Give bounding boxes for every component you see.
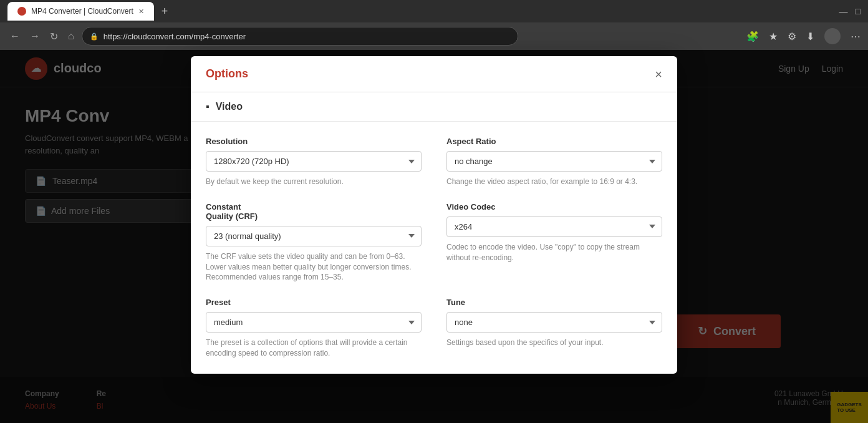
browser-toolbar: ← → ↻ ⌂ 🔒 https://cloudconvert.com/mp4-c… bbox=[0, 22, 868, 50]
options-modal: Options × ▪ Video Resolution 1280x720 (7… bbox=[191, 56, 677, 374]
crf-group: ConstantQuality (CRF) 23 (normal quality… bbox=[206, 202, 422, 283]
video-codec-label: Video Codec bbox=[446, 202, 662, 212]
new-tab-button[interactable]: + bbox=[162, 5, 168, 18]
tune-select[interactable]: none film animation grain stillimage psn… bbox=[446, 312, 662, 333]
settings-icon[interactable]: ⚙ bbox=[788, 31, 796, 42]
modal-body: Resolution 1280x720 (720p HD) no change … bbox=[191, 122, 677, 374]
preset-group: Preset medium ultrafast superfast veryfa… bbox=[206, 298, 422, 359]
tab-title: MP4 Converter | CloudConvert bbox=[31, 7, 133, 16]
reload-button[interactable]: ↻ bbox=[47, 28, 60, 45]
preset-label: Preset bbox=[206, 298, 422, 307]
modal-title: Options bbox=[206, 67, 248, 80]
browser-titlebar: MP4 Converter | CloudConvert ✕ + — □ bbox=[0, 0, 868, 22]
browser-tab[interactable]: MP4 Converter | CloudConvert ✕ bbox=[7, 2, 154, 21]
menu-icon[interactable]: ⋯ bbox=[851, 31, 861, 42]
tune-group: Tune none film animation grain stillimag… bbox=[446, 298, 662, 359]
address-url: https://cloudconvert.com/mp4-converter bbox=[104, 32, 246, 41]
address-bar[interactable]: 🔒 https://cloudconvert.com/mp4-converter bbox=[82, 27, 518, 46]
tab-favicon bbox=[17, 7, 26, 16]
restore-button[interactable]: □ bbox=[856, 6, 861, 16]
video-section-icon: ▪ bbox=[206, 101, 210, 112]
downloads-icon[interactable]: ⬇ bbox=[806, 31, 814, 42]
tune-label: Tune bbox=[446, 298, 662, 307]
forward-button[interactable]: → bbox=[27, 28, 42, 44]
profile-icon[interactable] bbox=[824, 28, 841, 44]
video-codec-select[interactable]: x264 x265 vp8 vp9 copy bbox=[446, 216, 662, 237]
aspect-ratio-select[interactable]: no change 16:9 4:3 1:1 9:16 bbox=[446, 151, 662, 172]
lock-icon: 🔒 bbox=[90, 32, 99, 41]
video-codec-help: Codec to encode the video. Use "copy" to… bbox=[446, 242, 662, 263]
preset-help: The preset is a collection of options th… bbox=[206, 338, 422, 359]
extensions-icon[interactable]: 🧩 bbox=[746, 31, 759, 42]
browser-chrome: MP4 Converter | CloudConvert ✕ + — □ ← →… bbox=[0, 0, 868, 50]
back-button[interactable]: ← bbox=[7, 28, 22, 44]
resolution-help: By default we keep the current resolutio… bbox=[206, 177, 422, 187]
preset-select[interactable]: medium ultrafast superfast veryfast fast… bbox=[206, 312, 422, 333]
tab-close-button[interactable]: ✕ bbox=[138, 7, 144, 16]
form-grid: Resolution 1280x720 (720p HD) no change … bbox=[206, 137, 662, 359]
favorites-icon[interactable]: ★ bbox=[769, 31, 778, 42]
resolution-label: Resolution bbox=[206, 137, 422, 146]
aspect-ratio-help: Change the video aspect ratio, for examp… bbox=[446, 177, 662, 187]
crf-label: ConstantQuality (CRF) bbox=[206, 202, 422, 221]
aspect-ratio-label: Aspect Ratio bbox=[446, 137, 662, 146]
crf-select[interactable]: 23 (normal quality) 0 (lossless) 15 (hig… bbox=[206, 226, 422, 246]
modal-close-button[interactable]: × bbox=[655, 68, 662, 80]
home-button[interactable]: ⌂ bbox=[65, 28, 77, 44]
resolution-select[interactable]: 1280x720 (720p HD) no change 3840x2160 (… bbox=[206, 151, 422, 172]
minimize-button[interactable]: — bbox=[839, 6, 848, 16]
resolution-group: Resolution 1280x720 (720p HD) no change … bbox=[206, 137, 422, 187]
modal-section-header: ▪ Video bbox=[191, 92, 677, 122]
video-codec-group: Video Codec x264 x265 vp8 vp9 copy Codec… bbox=[446, 202, 662, 283]
window-controls: — □ bbox=[839, 6, 861, 16]
crf-help: The CRF value sets the video quality and… bbox=[206, 251, 422, 283]
aspect-ratio-group: Aspect Ratio no change 16:9 4:3 1:1 9:16… bbox=[446, 137, 662, 187]
modal-header: Options × bbox=[191, 56, 677, 92]
video-section-title: Video bbox=[216, 101, 243, 112]
tune-help: Settings based upon the specifics of you… bbox=[446, 338, 662, 348]
toolbar-icons: 🧩 ★ ⚙ ⬇ ⋯ bbox=[746, 28, 861, 44]
